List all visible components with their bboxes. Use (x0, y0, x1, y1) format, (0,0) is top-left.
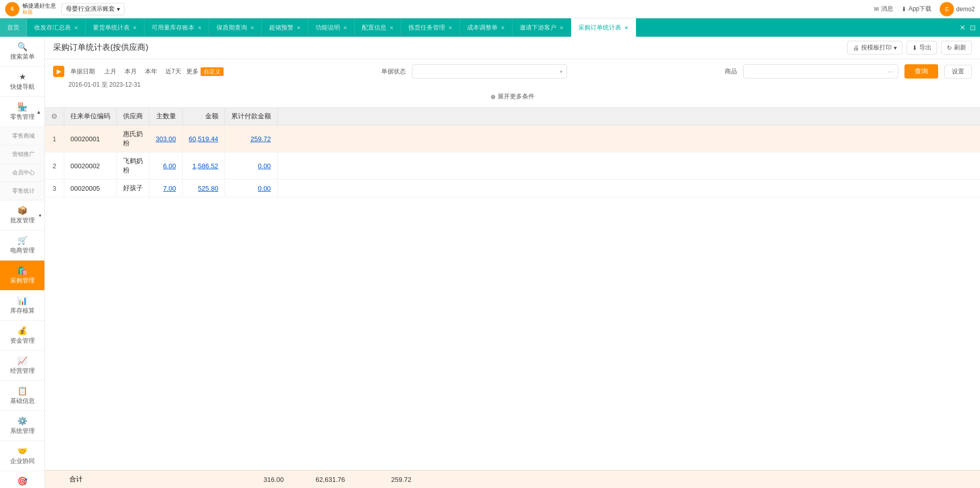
table-row: 3 00020005 好孩子 7.00 525.80 0.00 (45, 179, 980, 197)
page-title: 采购订单统计表(按供应商) (53, 42, 149, 53)
date-custom-badge[interactable]: 自定义 (201, 67, 224, 76)
tab-receive-summary-close-icon[interactable]: ✕ (74, 25, 78, 31)
tab-invite-downstream[interactable]: 邀请下游客户 ✕ (512, 18, 571, 37)
sidebar-item-wholesale[interactable]: 📦 批发管理 ▾ (0, 200, 44, 230)
date-shortcut-this-month[interactable]: 本月 (121, 66, 140, 77)
template-print-button[interactable]: 🖨 按模板打印 ▾ (847, 41, 902, 55)
status-filter-input[interactable] (416, 68, 558, 75)
tab-purchase-summary-close-icon[interactable]: ✕ (624, 25, 628, 31)
row-3-qty[interactable]: 7.00 (150, 179, 183, 197)
date-shortcut-this-year[interactable]: 本年 (142, 66, 160, 77)
ecommerce-icon: 🛒 (17, 236, 28, 245)
row-3-paid[interactable]: 0.00 (225, 179, 277, 197)
row-1-qty[interactable]: 303.00 (150, 125, 183, 152)
sidebar-item-member[interactable]: 会员中心 (0, 164, 44, 182)
table-header: ⚙ 往来单位编码 供应商 主数量 金额 累计付款金额 (45, 108, 980, 125)
tab-overstock-warning[interactable]: 超储预警 ✕ (262, 18, 308, 37)
sidebar: 🔍 搜索菜单 ★ 快捷导航 🏪 零售管理 ▲ 零售商城 营销推广 会员中心 零售… (0, 37, 45, 488)
sidebar-item-new-guide[interactable]: 🎯 新手引导 (0, 471, 44, 488)
refresh-icon: ↻ (947, 44, 952, 52)
sidebar-item-quick-nav[interactable]: ★ 快捷导航 (0, 67, 44, 97)
tab-picking-task-close-icon[interactable]: ✕ (448, 25, 452, 31)
tab-home[interactable]: 首页 (0, 18, 27, 37)
sidebar-item-search[interactable]: 🔍 搜索菜单 (0, 37, 44, 67)
row-2-qty[interactable]: 6.00 (150, 152, 183, 179)
window-restore-icon[interactable]: ⊡ (970, 23, 976, 32)
tab-available-stock-close-icon[interactable]: ✕ (198, 25, 202, 31)
row-2-extra (277, 152, 980, 179)
tab-available-stock[interactable]: 可用量库存账本 ✕ (144, 18, 209, 37)
tab-overstock-warning-close-icon[interactable]: ✕ (297, 25, 301, 31)
sidebar-item-retail-stats[interactable]: 零售统计 (0, 182, 44, 200)
tab-cost-adjust[interactable]: 成本调整单 ✕ (460, 18, 512, 37)
sidebar-item-purchase[interactable]: 🛍️ 采购管理 (0, 261, 44, 291)
tab-expiry-query[interactable]: 保质期查询 ✕ (209, 18, 262, 37)
workspace-label: 母婴行业演示账套 (66, 5, 115, 13)
tab-goods-summary-label: 要货单统计表 (93, 23, 130, 32)
sidebar-item-wholesale-label: 批发管理 (10, 216, 35, 225)
message-button[interactable]: ✉ 消息 (874, 5, 893, 13)
user-avatar: E (940, 2, 954, 16)
sidebar-item-quick-nav-label: 快捷导航 (10, 83, 35, 91)
sidebar-item-enterprise[interactable]: 🤝 企业协同 (0, 441, 44, 471)
workspace-selector[interactable]: 母婴行业演示账套 ▾ (61, 3, 125, 15)
table-area: ⚙ 往来单位编码 供应商 主数量 金额 累计付款金额 1 00020001 (45, 108, 980, 470)
footer-label: 合计 (69, 475, 151, 484)
sidebar-item-system[interactable]: ⚙️ 系统管理 (0, 411, 44, 441)
tab-expiry-query-close-icon[interactable]: ✕ (250, 25, 254, 31)
sidebar-item-inventory[interactable]: 📊 库存核算 (0, 291, 44, 321)
goods-filter-input[interactable] (748, 68, 886, 75)
row-3-idx: 3 (45, 179, 64, 197)
app-logo-text: 畅捷通好生意 标题 (22, 3, 56, 15)
date-more-label[interactable]: 更多 (186, 67, 199, 76)
tab-cost-adjust-close-icon[interactable]: ✕ (501, 25, 505, 31)
date-shortcut-7days[interactable]: 近7天 (162, 66, 184, 77)
sidebar-item-finance[interactable]: 💰 资金管理 (0, 321, 44, 351)
date-shortcut-last-month[interactable]: 上月 (101, 66, 119, 77)
row-1-unit-code: 00020001 (64, 125, 117, 152)
export-button[interactable]: ⬇ 导出 (906, 41, 937, 55)
tab-function-desc-close-icon[interactable]: ✕ (343, 25, 347, 31)
tab-config-info[interactable]: 配置信息 ✕ (355, 18, 401, 37)
tab-goods-summary-close-icon[interactable]: ✕ (133, 25, 137, 31)
sidebar-item-marketing[interactable]: 营销推广 (0, 145, 44, 164)
tab-function-desc[interactable]: 功能说明 ✕ (308, 18, 355, 37)
table-settings-icon[interactable]: ⚙ (51, 112, 58, 120)
row-2-paid[interactable]: 0.00 (225, 152, 277, 179)
tab-goods-summary[interactable]: 要货单统计表 ✕ (86, 18, 144, 37)
sidebar-item-marketing-label: 营销推广 (12, 150, 35, 158)
row-1-extra (277, 125, 980, 152)
row-1-amount[interactable]: 60,519.44 (182, 125, 225, 152)
window-close-icon[interactable]: ✕ (960, 23, 966, 32)
app-download-button[interactable]: ⬇ App下载 (901, 5, 932, 13)
query-button[interactable]: 查询 (904, 64, 938, 79)
row-2-unit-code: 00020002 (64, 152, 117, 179)
refresh-button[interactable]: ↻ 刷新 (941, 41, 972, 55)
sidebar-item-basic-info[interactable]: 📋 基础信息 (0, 381, 44, 411)
sidebar-item-retail-mall[interactable]: 零售商城 (0, 127, 44, 145)
goods-filter-input-wrap: ··· (743, 64, 898, 79)
tab-function-desc-label: 功能说明 (315, 23, 340, 32)
sidebar-item-retail[interactable]: 🏪 零售管理 ▲ (0, 97, 44, 127)
col-paid-header: 累计付款金额 (225, 108, 277, 125)
expand-more-chevron-icon: ⊕ (491, 93, 496, 100)
sidebar-item-ecommerce[interactable]: 🛒 电商管理 (0, 230, 44, 261)
row-1-paid[interactable]: 259.72 (225, 125, 277, 152)
tab-config-info-close-icon[interactable]: ✕ (389, 25, 394, 31)
tab-purchase-summary[interactable]: 采购订单统计表 ✕ (571, 18, 636, 37)
goods-filter-dots-icon[interactable]: ··· (888, 67, 894, 75)
filter-toggle-button[interactable]: ▶ (53, 66, 64, 77)
quick-nav-icon: ★ (19, 72, 26, 82)
filter-row-1: ▶ 单据日期 上月 本月 本年 近7天 更多 自定义 单据状态 ▾ 商品 (53, 64, 972, 79)
tab-picking-task[interactable]: 拣货任务管理 ✕ (401, 18, 460, 37)
tab-invite-downstream-close-icon[interactable]: ✕ (559, 25, 564, 31)
expand-more-button[interactable]: ⊕ 展开更多条件 (486, 91, 538, 102)
tab-receive-summary[interactable]: 收发存汇总表 ✕ (27, 18, 86, 37)
row-3-amount[interactable]: 525.80 (182, 179, 225, 197)
user-profile[interactable]: E demo2 (940, 2, 975, 16)
row-3-extra (277, 179, 980, 197)
sidebar-item-operations[interactable]: 📈 经营管理 (0, 351, 44, 381)
row-2-amount[interactable]: 1,586.52 (182, 152, 225, 179)
settings-button[interactable]: 设置 (944, 65, 972, 79)
enterprise-icon: 🤝 (17, 446, 28, 456)
